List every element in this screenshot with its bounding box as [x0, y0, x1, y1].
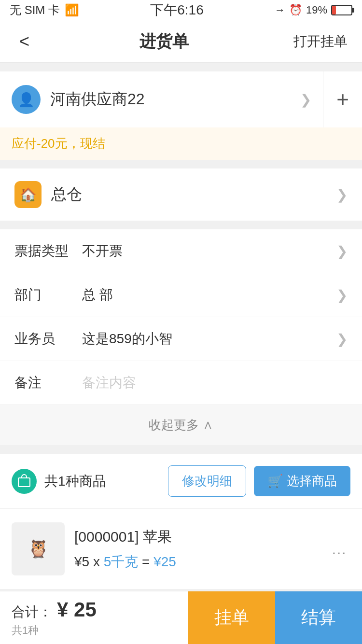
remark-label: 备注: [14, 374, 72, 392]
department-value: 总 部: [72, 286, 336, 304]
status-left: 无 SIM 卡 📶: [10, 2, 79, 18]
department-chevron-icon: ❯: [336, 287, 348, 303]
open-hang-button[interactable]: 打开挂单: [293, 32, 348, 51]
salesperson-chevron-icon: ❯: [336, 331, 348, 347]
product-thumbnail: 🦉: [12, 522, 65, 575]
total-section: 合计： ¥ 25 共1种: [0, 598, 188, 638]
invoice-chevron-icon: ❯: [336, 243, 348, 259]
status-time: 下午6:16: [150, 1, 204, 19]
edit-detail-button[interactable]: 修改明细: [168, 465, 246, 497]
status-right: → ⏰ 19%: [275, 4, 352, 16]
products-count: 共1种商品: [44, 472, 160, 490]
product-price: ¥5 x 5千克 = ¥25: [74, 553, 318, 571]
collapse-toggle[interactable]: 收起更多 ∧: [0, 405, 362, 445]
salesperson-value: 这是859的小智: [72, 330, 336, 348]
battery-label: 19%: [306, 4, 327, 16]
total-label: 合计：: [12, 603, 52, 621]
add-supplier-button[interactable]: +: [323, 71, 362, 127]
product-info: [0000001] 苹果 ¥5 x 5千克 = ¥25: [74, 527, 318, 571]
supplier-avatar: 👤: [12, 85, 41, 114]
warehouse-section: 🏠 总仓 ❯: [0, 168, 362, 221]
invoice-type-row[interactable]: 票据类型 不开票 ❯: [0, 229, 362, 273]
total-main: 合计： ¥ 25: [12, 598, 177, 621]
department-row[interactable]: 部门 总 部 ❯: [0, 273, 362, 317]
warehouse-row[interactable]: 🏠 总仓 ❯: [0, 168, 362, 221]
supplier-row[interactable]: 👤 河南供应商22 ❯: [0, 71, 323, 127]
remark-input[interactable]: 备注内容: [72, 374, 348, 392]
warehouse-icon: 🏠: [14, 181, 42, 208]
total-sub: 共1种: [12, 623, 177, 638]
hang-button[interactable]: 挂单: [188, 591, 275, 644]
wifi-icon: 📶: [65, 3, 79, 17]
battery-icon: [331, 5, 352, 15]
warehouse-chevron-icon: ❯: [336, 187, 348, 203]
cart-icon: 🛒: [267, 474, 283, 489]
product-item: 🦉 [0000001] 苹果 ¥5 x 5千克 = ¥25 …: [0, 509, 362, 589]
department-label: 部门: [14, 286, 72, 304]
bottom-bar: 合计： ¥ 25 共1种 挂单 结算: [0, 591, 362, 644]
supplier-chevron-icon: ❯: [300, 92, 311, 108]
warehouse-name: 总仓: [51, 184, 327, 205]
invoice-type-value: 不开票: [72, 242, 336, 260]
page-title: 进货单: [139, 30, 189, 53]
supplier-section: 👤 河南供应商22 ❯ +: [0, 71, 362, 127]
status-bar: 无 SIM 卡 📶 下午6:16 → ⏰ 19%: [0, 0, 362, 20]
back-button[interactable]: <: [14, 27, 34, 56]
product-name: [0000001] 苹果: [74, 527, 318, 547]
form-section: 票据类型 不开票 ❯ 部门 总 部 ❯ 业务员 这是859的小智 ❯ 备注 备注…: [0, 229, 362, 405]
products-icon: [12, 469, 37, 494]
invoice-type-label: 票据类型: [14, 242, 72, 260]
alarm-icon: ⏰: [289, 4, 302, 16]
products-section: 共1种商品 修改明细 🛒 选择商品 🦉 [0000001] 苹果 ¥5 x 5千…: [0, 454, 362, 589]
products-header: 共1种商品 修改明细 🛒 选择商品: [0, 454, 362, 509]
salesperson-label: 业务员: [14, 330, 72, 348]
battery-fill: [332, 6, 336, 14]
payment-hint: 应付-20元，现结: [0, 127, 362, 160]
supplier-name: 河南供应商22: [50, 89, 291, 110]
nav-bar: < 进货单 打开挂单: [0, 20, 362, 63]
settle-button[interactable]: 结算: [275, 591, 362, 644]
select-product-button[interactable]: 🛒 选择商品: [254, 466, 350, 496]
carrier-label: 无 SIM 卡: [10, 2, 60, 18]
owl-logo: 🦉: [28, 539, 49, 559]
remark-row[interactable]: 备注 备注内容: [0, 361, 362, 405]
salesperson-row[interactable]: 业务员 这是859的小智 ❯: [0, 317, 362, 361]
total-amount: ¥ 25: [57, 598, 97, 621]
product-more-button[interactable]: …: [327, 536, 350, 562]
svg-rect-0: [18, 478, 30, 487]
location-icon: →: [275, 4, 285, 16]
